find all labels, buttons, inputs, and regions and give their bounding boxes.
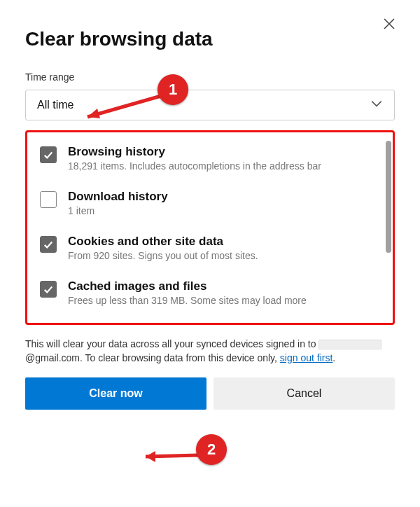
list-item: Cookies and other site data From 920 sit… <box>30 229 390 274</box>
item-desc: 1 item <box>68 205 168 216</box>
time-range-label: Time range <box>25 71 395 83</box>
item-name: Cookies and other site data <box>68 235 258 249</box>
redacted-email <box>318 340 382 349</box>
checkbox-cached[interactable] <box>40 281 57 298</box>
dialog-title: Clear browsing data <box>25 28 395 50</box>
list-item: Cached images and files Frees up less th… <box>30 274 390 319</box>
info-suffix: @gmail.com. To clear browsing data from … <box>25 352 280 363</box>
annotation-badge-1: 1 <box>158 74 188 105</box>
clear-now-button[interactable]: Clear now <box>25 377 206 410</box>
cancel-button[interactable]: Cancel <box>214 377 395 410</box>
close-icon[interactable] <box>379 14 399 34</box>
annotation-highlight-1: Browsing history 18,291 items. Includes … <box>25 130 395 325</box>
checkbox-cookies[interactable] <box>40 236 57 253</box>
item-desc: 18,291 items. Includes autocompletions i… <box>68 160 321 172</box>
list-item: Download history 1 item <box>30 184 390 229</box>
info-prefix: This will clear your data across all you… <box>25 338 318 349</box>
time-range-value: All time <box>37 99 74 111</box>
time-range-select[interactable]: All time <box>25 90 395 120</box>
checkbox-download-history[interactable] <box>40 191 57 208</box>
info-after: . <box>332 352 335 363</box>
item-name: Browsing history <box>68 145 321 159</box>
sync-info-text: This will clear your data across all you… <box>25 338 395 365</box>
checkbox-browsing-history[interactable] <box>40 146 57 163</box>
sign-out-link[interactable]: sign out first <box>280 352 332 363</box>
clear-browsing-data-dialog: Clear browsing data Time range All time … <box>0 0 420 424</box>
scrollbar[interactable] <box>386 141 391 253</box>
data-type-list: Browsing history 18,291 items. Includes … <box>27 139 393 319</box>
chevron-down-icon <box>370 97 383 113</box>
list-item: Browsing history 18,291 items. Includes … <box>30 139 390 184</box>
item-name: Download history <box>68 190 168 204</box>
item-desc: From 920 sites. Signs you out of most si… <box>68 250 258 261</box>
svg-marker-3 <box>146 451 155 462</box>
svg-line-2 <box>146 455 200 457</box>
item-name: Cached images and files <box>68 279 307 293</box>
item-desc: Frees up less than 319 MB. Some sites ma… <box>68 295 307 306</box>
dialog-buttons: Clear now Cancel <box>25 377 395 410</box>
annotation-badge-2: 2 <box>196 434 227 465</box>
